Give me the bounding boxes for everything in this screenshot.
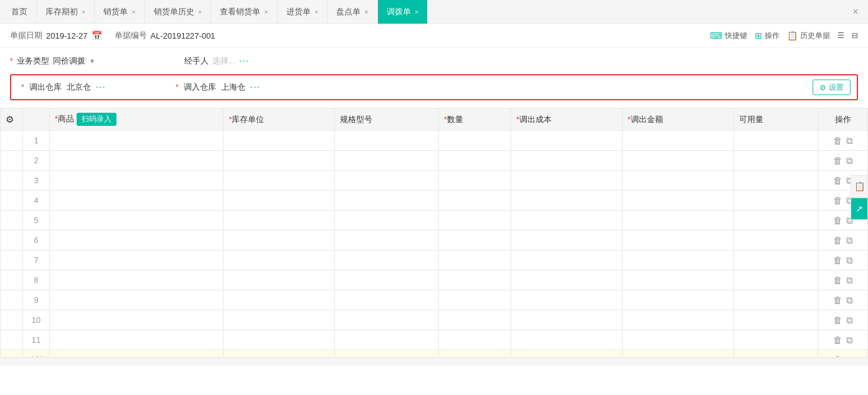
row-spec-6[interactable] xyxy=(335,231,439,250)
tab-home[interactable]: 首页 xyxy=(2,0,37,24)
row-qty-7[interactable] xyxy=(438,250,511,270)
row-unit-6[interactable] xyxy=(224,231,335,250)
tab-transfer-order-close[interactable]: × xyxy=(415,8,418,16)
row-copy-icon-10[interactable]: ⧉ xyxy=(846,315,853,326)
row-amount-6[interactable] xyxy=(622,231,734,250)
row-product-10[interactable] xyxy=(50,310,224,330)
tab-sales-history[interactable]: 销货单历史 × xyxy=(145,0,211,24)
row-unit-9[interactable] xyxy=(224,290,335,310)
row-unit-7[interactable] xyxy=(224,250,335,270)
row-copy-icon-8[interactable]: ⧉ xyxy=(846,275,853,286)
row-copy-icon-2[interactable]: ⧉ xyxy=(846,155,853,166)
row-unit-8[interactable] xyxy=(224,270,335,290)
from-warehouse-more-icon[interactable]: ··· xyxy=(96,82,106,93)
row-copy-icon-11[interactable]: ⧉ xyxy=(846,335,853,346)
row-product-1[interactable] xyxy=(50,131,224,151)
row-qty-9[interactable] xyxy=(438,290,511,310)
row-delete-icon-4[interactable]: 🗑 xyxy=(833,195,842,206)
tab-transfer-order[interactable]: 调拨单 × xyxy=(378,0,428,24)
row-qty-6[interactable] xyxy=(438,231,511,250)
row-product-9[interactable] xyxy=(50,290,224,310)
tab-purchase-order-close[interactable]: × xyxy=(314,8,318,16)
row-qty-3[interactable] xyxy=(438,171,511,191)
row-spec-5[interactable] xyxy=(335,211,439,231)
view-toggle-grid[interactable]: ⊟ xyxy=(852,31,858,40)
gear-header[interactable]: ⚙ xyxy=(1,108,23,131)
operation-button[interactable]: ⊞ 操作 xyxy=(755,31,780,41)
row-delete-icon-1[interactable]: 🗑 xyxy=(833,135,842,146)
row-qty-4[interactable] xyxy=(438,191,511,211)
row-amount-8[interactable] xyxy=(622,270,734,290)
tab-view-sales-close[interactable]: × xyxy=(264,8,268,16)
row-spec-1[interactable] xyxy=(335,131,439,151)
tab-inventory-init[interactable]: 库存期初 × xyxy=(37,0,95,24)
tab-inventory-init-close[interactable]: × xyxy=(82,8,85,16)
row-product-4[interactable] xyxy=(50,191,224,211)
row-delete-icon-2[interactable]: 🗑 xyxy=(833,155,842,166)
row-spec-11[interactable] xyxy=(335,330,439,350)
row-qty-2[interactable] xyxy=(438,151,511,171)
row-delete-icon-8[interactable]: 🗑 xyxy=(833,275,842,285)
row-amount-3[interactable] xyxy=(622,171,734,191)
row-copy-icon-1[interactable]: ⧉ xyxy=(846,135,853,146)
row-qty-5[interactable] xyxy=(438,211,511,231)
to-warehouse-value[interactable]: 上海仓 xyxy=(221,82,245,93)
row-cost-11[interactable] xyxy=(511,330,622,350)
row-delete-icon-5[interactable]: 🗑 xyxy=(833,215,842,226)
row-unit-4[interactable] xyxy=(224,191,335,211)
row-amount-1[interactable] xyxy=(622,131,734,151)
row-cost-9[interactable] xyxy=(511,290,622,310)
row-qty-11[interactable] xyxy=(438,330,511,350)
tab-sales-order[interactable]: 销货单 × xyxy=(95,0,144,24)
tab-sales-order-close[interactable]: × xyxy=(131,8,135,16)
tab-view-sales[interactable]: 查看销货单 × xyxy=(211,0,277,24)
row-cost-4[interactable] xyxy=(511,191,622,211)
biz-type-select[interactable]: 同价调拨 ▼ xyxy=(53,55,159,67)
row-amount-10[interactable] xyxy=(622,310,734,330)
row-delete-icon-6[interactable]: 🗑 xyxy=(833,235,842,245)
row-cost-6[interactable] xyxy=(511,231,622,250)
row-spec-2[interactable] xyxy=(335,151,439,171)
from-warehouse-value[interactable]: 北京仓 xyxy=(67,82,91,93)
row-unit-10[interactable] xyxy=(224,310,335,330)
side-notes-button[interactable]: 📋 xyxy=(851,175,868,198)
row-copy-icon-7[interactable]: ⧉ xyxy=(846,255,853,266)
row-product-2[interactable] xyxy=(50,151,224,171)
row-product-8[interactable] xyxy=(50,270,224,290)
tab-purchase-order[interactable]: 进货单 × xyxy=(278,0,328,24)
row-cost-3[interactable] xyxy=(511,171,622,191)
row-qty-8[interactable] xyxy=(438,270,511,290)
row-cost-1[interactable] xyxy=(511,131,622,151)
row-product-6[interactable] xyxy=(50,231,224,250)
scroll-bar-area[interactable] xyxy=(0,357,868,366)
row-cost-10[interactable] xyxy=(511,310,622,330)
row-delete-icon-3[interactable]: 🗑 xyxy=(833,175,842,186)
row-cost-2[interactable] xyxy=(511,151,622,171)
row-unit-2[interactable] xyxy=(224,151,335,171)
row-spec-9[interactable] xyxy=(335,290,439,310)
tab-sales-history-close[interactable]: × xyxy=(198,8,202,16)
row-qty-1[interactable] xyxy=(438,131,511,151)
row-cost-7[interactable] xyxy=(511,250,622,270)
history-button[interactable]: 📋 历史单据 xyxy=(787,31,830,41)
handler-more-icon[interactable]: ··· xyxy=(239,55,249,67)
row-product-11[interactable] xyxy=(50,330,224,350)
row-delete-icon-10[interactable]: 🗑 xyxy=(833,315,842,325)
row-product-7[interactable] xyxy=(50,250,224,270)
row-delete-icon-11[interactable]: 🗑 xyxy=(833,335,842,345)
row-unit-1[interactable] xyxy=(224,131,335,151)
row-spec-8[interactable] xyxy=(335,270,439,290)
row-amount-11[interactable] xyxy=(622,330,734,350)
row-amount-9[interactable] xyxy=(622,290,734,310)
window-close-button[interactable]: × xyxy=(846,0,866,24)
row-amount-4[interactable] xyxy=(622,191,734,211)
row-spec-7[interactable] xyxy=(335,250,439,270)
row-copy-icon-6[interactable]: ⧉ xyxy=(846,235,853,246)
row-copy-icon-9[interactable]: ⧉ xyxy=(846,295,853,306)
subtotal-delete-icon[interactable]: 🗑 xyxy=(833,355,842,357)
subtotal-copy-icon[interactable]: ⧉ xyxy=(846,355,853,358)
row-unit-5[interactable] xyxy=(224,211,335,231)
date-value[interactable]: 2019-12-27 xyxy=(46,31,88,40)
row-amount-7[interactable] xyxy=(622,250,734,270)
shortcut-button[interactable]: ⌨ 快捷键 xyxy=(710,31,747,41)
